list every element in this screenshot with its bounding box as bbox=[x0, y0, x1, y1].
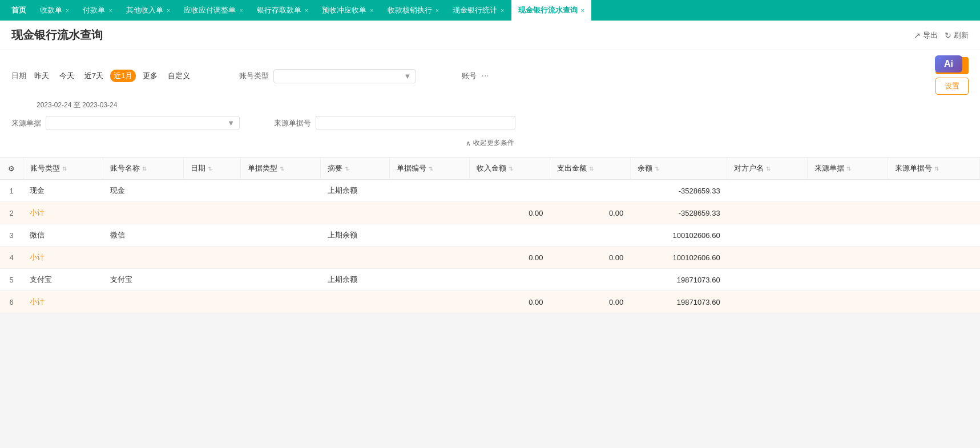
table-cell: 19871073.60 bbox=[630, 291, 727, 313]
account-type-dropdown-icon: ▼ bbox=[404, 72, 412, 80]
close-icon-3[interactable]: × bbox=[239, 7, 243, 14]
table-cell: 100102606.60 bbox=[630, 224, 727, 247]
nav-tab-3[interactable]: 应收应付调整单× bbox=[177, 0, 249, 21]
table-cell bbox=[389, 224, 470, 247]
table-cell: 6 bbox=[0, 291, 23, 313]
source-doc-no-input[interactable] bbox=[316, 116, 515, 130]
table-cell: 0.00 bbox=[470, 247, 550, 269]
nav-tab-4[interactable]: 银行存取款单× bbox=[250, 0, 315, 21]
date-opt-1month[interactable]: 近1月 bbox=[110, 70, 136, 82]
nav-tab-5[interactable]: 预收冲应收单× bbox=[315, 0, 380, 21]
sort-icon-doc-type: ⇅ bbox=[280, 166, 284, 172]
nav-tab-8[interactable]: 现金银行流水查询× bbox=[511, 0, 591, 21]
nav-tab-7[interactable]: 现金银行统计× bbox=[446, 0, 511, 21]
date-opt-7days[interactable]: 近7天 bbox=[81, 70, 107, 82]
date-range-text: 2023-02-24 至 2023-03-24 bbox=[37, 101, 117, 109]
close-icon-7[interactable]: × bbox=[501, 7, 504, 14]
table-cell bbox=[807, 224, 888, 247]
date-range-display: 2023-02-24 至 2023-03-24 bbox=[32, 100, 969, 110]
th-settings[interactable]: ⚙ bbox=[0, 158, 23, 180]
data-table: ⚙ 账号类型⇅ 账号名称⇅ 日期⇅ 单据类型⇅ 摘要⇅ 单据编号⇅ 收入金额⇅ … bbox=[0, 158, 980, 313]
account-type-label: 账号类型 bbox=[239, 71, 269, 81]
table-cell bbox=[240, 291, 321, 313]
table-cell bbox=[888, 291, 979, 313]
sort-icon-expense: ⇅ bbox=[589, 166, 594, 172]
date-label: 日期 bbox=[11, 71, 26, 81]
nav-tab-2[interactable]: 其他收入单× bbox=[119, 0, 177, 21]
account-filter-group: 账号 ··· bbox=[462, 71, 489, 81]
th-income[interactable]: 收入金额⇅ bbox=[470, 158, 550, 180]
collapse-bar[interactable]: ∧ 收起更多条件 bbox=[11, 136, 969, 150]
table-cell bbox=[183, 291, 240, 313]
close-icon-4[interactable]: × bbox=[305, 7, 308, 14]
account-dots[interactable]: ··· bbox=[481, 71, 489, 81]
date-opt-today[interactable]: 今天 bbox=[56, 70, 78, 82]
table-cell bbox=[183, 269, 240, 291]
source-doc-no-label: 来源单据号 bbox=[274, 118, 311, 128]
table-cell bbox=[727, 269, 808, 291]
settings-button[interactable]: 设置 bbox=[935, 78, 969, 95]
th-summary[interactable]: 摘要⇅ bbox=[321, 158, 389, 180]
table-container: ⚙ 账号类型⇅ 账号名称⇅ 日期⇅ 单据类型⇅ 摘要⇅ 单据编号⇅ 收入金额⇅ … bbox=[0, 158, 980, 313]
th-counterparty[interactable]: 对方户名⇅ bbox=[727, 158, 808, 180]
table-cell bbox=[888, 269, 979, 291]
refresh-button[interactable]: ↻ 刷新 bbox=[945, 30, 969, 41]
table-cell bbox=[103, 202, 184, 224]
table-cell: 3 bbox=[0, 224, 23, 247]
table-cell bbox=[727, 224, 808, 247]
table-cell bbox=[807, 202, 888, 224]
collapse-up-icon: ∧ bbox=[466, 139, 471, 147]
th-doc-no[interactable]: 单据编号⇅ bbox=[389, 158, 470, 180]
table-cell bbox=[550, 269, 630, 291]
export-button[interactable]: ↗ 导出 bbox=[914, 30, 938, 41]
account-label: 账号 bbox=[462, 71, 477, 81]
table-cell bbox=[727, 291, 808, 313]
table-cell bbox=[470, 224, 550, 247]
table-cell: 上期余额 bbox=[321, 224, 389, 247]
th-doc-type[interactable]: 单据类型⇅ bbox=[240, 158, 321, 180]
table-cell: 0.00 bbox=[470, 202, 550, 224]
collapse-label: 收起更多条件 bbox=[473, 138, 514, 148]
date-opt-custom[interactable]: 自定义 bbox=[164, 70, 193, 82]
th-balance[interactable]: 余额⇅ bbox=[630, 158, 727, 180]
th-expense[interactable]: 支出金额⇅ bbox=[550, 158, 630, 180]
table-cell bbox=[888, 224, 979, 247]
close-icon-5[interactable]: × bbox=[370, 7, 373, 14]
table-cell bbox=[183, 224, 240, 247]
date-opt-more[interactable]: 更多 bbox=[139, 70, 161, 82]
close-icon-0[interactable]: × bbox=[66, 7, 69, 14]
close-icon-1[interactable]: × bbox=[108, 7, 112, 14]
date-filter-group: 日期 昨天 今天 近7天 近1月 更多 自定义 bbox=[11, 70, 193, 82]
table-cell bbox=[321, 291, 389, 313]
source-doc-label: 来源单据 bbox=[11, 118, 41, 128]
close-icon-2[interactable]: × bbox=[167, 7, 170, 14]
table-cell bbox=[240, 202, 321, 224]
table-cell: 5 bbox=[0, 269, 23, 291]
table-cell bbox=[321, 202, 389, 224]
th-source-doc-no[interactable]: 来源单据号⇅ bbox=[888, 158, 979, 180]
account-type-select[interactable]: ▼ bbox=[273, 69, 416, 83]
nav-tab-6[interactable]: 收款核销执行× bbox=[381, 0, 446, 21]
th-account-type[interactable]: 账号类型⇅ bbox=[23, 158, 103, 180]
th-account-name[interactable]: 账号名称⇅ bbox=[103, 158, 184, 180]
nav-tab-0[interactable]: 收款单× bbox=[33, 0, 76, 21]
th-source-doc[interactable]: 来源单据⇅ bbox=[807, 158, 888, 180]
filter-row-1: 日期 昨天 今天 近7天 近1月 更多 自定义 账号类型 ▼ 账号 ··· bbox=[11, 57, 969, 95]
close-icon-8[interactable]: × bbox=[581, 7, 584, 14]
date-opt-yesterday[interactable]: 昨天 bbox=[31, 70, 53, 82]
table-cell bbox=[807, 180, 888, 202]
sort-icon-account-name: ⇅ bbox=[142, 166, 147, 172]
source-doc-select[interactable]: ▼ bbox=[46, 116, 240, 130]
table-cell: -3528659.33 bbox=[630, 180, 727, 202]
table-row: 2小计0.000.00-3528659.33 bbox=[0, 202, 980, 224]
top-nav: 首页 收款单× 付款单× 其他收入单× 应收应付调整单× 银行存取款单× 预收冲… bbox=[0, 0, 980, 21]
table-cell: 2 bbox=[0, 202, 23, 224]
th-date[interactable]: 日期⇅ bbox=[183, 158, 240, 180]
table-cell: 微信 bbox=[23, 224, 103, 247]
table-row: 4小计0.000.00100102606.60 bbox=[0, 247, 980, 269]
ai-badge[interactable]: Ai bbox=[935, 55, 962, 72]
sort-icon-source-doc: ⇅ bbox=[846, 166, 851, 172]
nav-home[interactable]: 首页 bbox=[5, 0, 33, 21]
close-icon-6[interactable]: × bbox=[435, 7, 439, 14]
nav-tab-1[interactable]: 付款单× bbox=[76, 0, 119, 21]
